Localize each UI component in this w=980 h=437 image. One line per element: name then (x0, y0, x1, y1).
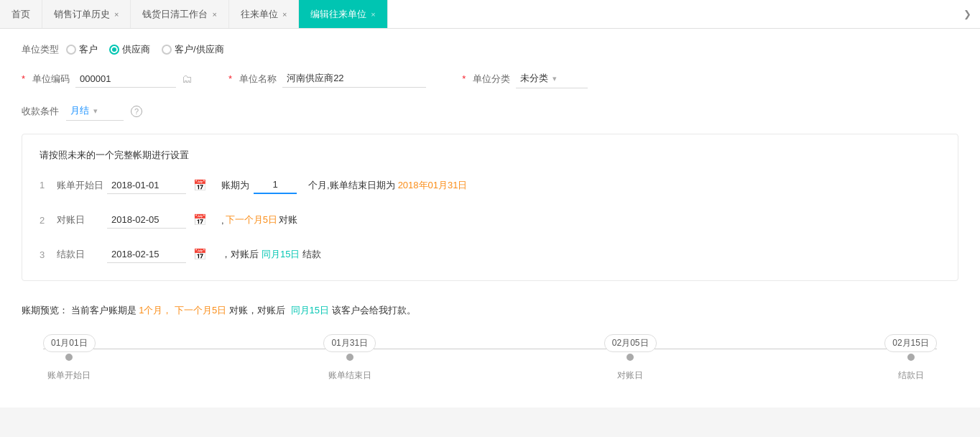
period-row-2-label: 对账日 (57, 213, 107, 226)
timeline-label-2: 01月31日 (323, 334, 376, 352)
timeline-label-3: 02月05日 (604, 334, 657, 352)
timeline-points: 01月01日 账单开始日 01月31日 账单结束日 02月05日 对账日 (43, 334, 937, 382)
radio-customer-supplier-label: 客户/供应商 (175, 43, 224, 56)
tab-edit-partner-unit[interactable]: 编辑往来单位 × (299, 0, 387, 28)
period-box-title: 请按照未来的一个完整帐期进行设置 (40, 149, 940, 162)
period-start-date-input[interactable] (107, 177, 186, 194)
period-payment-calendar-icon[interactable]: 📅 (193, 248, 207, 261)
period-row-3-text-before: ，对账后 (221, 248, 259, 261)
tab-sales-order-history[interactable]: 销售订单历史 × (42, 0, 131, 28)
unit-category-select[interactable]: 未分类 ▾ (516, 69, 588, 88)
preview-text-after: 该客户会给我打款。 (332, 305, 416, 316)
tab-sales-order-history-label: 销售订单历史 (54, 8, 110, 21)
period-month-input[interactable] (254, 176, 297, 194)
unit-type-radio-group: 客户 供应商 客户/供应商 (66, 43, 224, 56)
timeline-desc-4: 结款日 (898, 369, 924, 382)
timeline-dot-3 (627, 354, 634, 361)
unit-code-group: * 单位编码 🗂 (22, 70, 193, 88)
preview-highlight-1: 1个月， (139, 305, 172, 316)
unit-name-group: * 单位名称 (228, 70, 426, 88)
period-row-2-num: 2 (40, 215, 57, 226)
tab-cashflow-workbench-close[interactable]: × (212, 10, 216, 19)
period-row-3-label: 结款日 (57, 248, 107, 261)
radio-customer[interactable]: 客户 (66, 43, 98, 56)
unit-category-required: * (462, 73, 466, 84)
timeline-point-2: 01月31日 账单结束日 (323, 334, 376, 382)
timeline-dot-1 (65, 354, 73, 361)
tab-partner-units[interactable]: 往来单位 × (229, 0, 299, 28)
unit-category-label: 单位分类 (473, 73, 510, 86)
unit-name-required: * (228, 73, 232, 84)
unit-code-input[interactable] (75, 70, 176, 88)
timeline-dot-4 (907, 354, 915, 361)
unit-info-row: * 单位编码 🗂 * 单位名称 * 单位分类 未分类 ▾ (22, 69, 958, 88)
tab-edit-partner-unit-label: 编辑往来单位 (310, 8, 366, 21)
period-row-2-text-after: 对账 (279, 213, 297, 226)
page-content: 单位类型 客户 供应商 客户/供应商 * 单位编码 🗂 * 单位名称 (0, 29, 980, 408)
preview-text-mid: 对账，对账后 (229, 305, 285, 316)
preview-highlight-2: 下一个月5日 (175, 305, 226, 316)
period-row-1-text-after: 个月,账单结束日期为 (308, 179, 395, 192)
payment-terms-chevron-icon: ▾ (93, 106, 98, 116)
payment-terms-row: 收款条件 月结 ▾ ? (22, 101, 958, 121)
tab-bar: 首页 销售订单历史 × 钱货日清工作台 × 往来单位 × 编辑往来单位 × ❯ (0, 0, 980, 29)
timeline-point-3: 02月05日 对账日 (604, 334, 657, 382)
payment-terms-select[interactable]: 月结 ▾ (66, 101, 124, 121)
timeline-label-4: 02月15日 (884, 334, 937, 352)
preview-highlight-3: 同月15日 (291, 305, 329, 316)
chevron-right-icon: ❯ (963, 9, 971, 19)
unit-name-label: 单位名称 (239, 73, 277, 86)
period-end-date-highlight: 2018年01月31日 (398, 179, 468, 192)
timeline-wrapper: 01月01日 账单开始日 01月31日 账单结束日 02月05日 对账日 (22, 334, 958, 382)
period-row-1-label: 账单开始日 (57, 179, 107, 192)
tab-edit-partner-unit-close[interactable]: × (371, 10, 375, 19)
unit-type-row: 单位类型 客户 供应商 客户/供应商 (22, 43, 958, 56)
tab-home[interactable]: 首页 (0, 0, 42, 28)
radio-supplier-circle (109, 45, 119, 55)
period-row-1-num: 1 (40, 180, 57, 190)
period-start-calendar-icon[interactable]: 📅 (193, 179, 207, 192)
tab-cashflow-workbench[interactable]: 钱货日清工作台 × (131, 0, 228, 28)
tab-more-button[interactable]: ❯ (955, 0, 980, 28)
timeline-desc-2: 账单结束日 (328, 369, 371, 382)
timeline-desc-1: 账单开始日 (47, 369, 91, 382)
unit-name-input[interactable] (282, 70, 426, 88)
period-settings-box: 请按照未来的一个完整帐期进行设置 1 账单开始日 📅 账期为 个月,账单结束日期… (22, 134, 958, 281)
unit-code-icon[interactable]: 🗂 (182, 73, 193, 85)
unit-type-label: 单位类型 (22, 43, 59, 56)
unit-code-label: 单位编码 (32, 73, 70, 86)
unit-category-group: * 单位分类 未分类 ▾ (462, 69, 588, 88)
period-reconcile-calendar-icon[interactable]: 📅 (193, 213, 207, 226)
period-reconcile-date-input[interactable] (107, 211, 186, 229)
unit-category-value: 未分类 (520, 72, 548, 85)
tab-home-label: 首页 (11, 8, 30, 21)
period-row-3: 3 结款日 📅 ，对账后 同月15日 结款 (40, 246, 940, 263)
period-row-2-highlight: 下一个月5日 (226, 213, 277, 226)
radio-supplier-label: 供应商 (122, 43, 150, 56)
preview-text-before: 当前客户账期是 (71, 305, 137, 316)
period-row-3-num: 3 (40, 249, 57, 260)
timeline-line (43, 349, 937, 349)
preview-section: 账期预览： 当前客户账期是 1个月， 下一个月5日 对账，对账后 同月15日 该… (22, 293, 958, 393)
period-payment-date-input[interactable] (107, 246, 186, 263)
timeline-point-4: 02月15日 结款日 (884, 334, 937, 382)
timeline-point-1: 01月01日 账单开始日 (43, 334, 96, 382)
timeline-desc-3: 对账日 (617, 369, 643, 382)
period-row-2: 2 对账日 📅 , 下一个月5日 对账 (40, 211, 940, 229)
radio-customer-supplier[interactable]: 客户/供应商 (162, 43, 224, 56)
unit-code-required: * (22, 73, 25, 84)
chevron-down-icon: ▾ (553, 74, 557, 83)
preview-label: 账期预览： (22, 305, 68, 316)
radio-customer-label: 客户 (79, 43, 98, 56)
tab-partner-units-label: 往来单位 (241, 8, 278, 21)
radio-customer-supplier-circle (162, 45, 172, 55)
period-row-1: 1 账单开始日 📅 账期为 个月,账单结束日期为 2018年01月31日 (40, 176, 940, 194)
radio-customer-circle (66, 45, 76, 55)
tab-sales-order-history-close[interactable]: × (114, 10, 119, 19)
radio-supplier[interactable]: 供应商 (109, 43, 150, 56)
preview-text: 账期预览： 当前客户账期是 1个月， 下一个月5日 对账，对账后 同月15日 该… (22, 304, 958, 317)
tab-partner-units-close[interactable]: × (282, 10, 287, 19)
tab-cashflow-workbench-label: 钱货日清工作台 (142, 8, 208, 21)
help-icon[interactable]: ? (131, 106, 142, 117)
payment-terms-label: 收款条件 (22, 105, 59, 118)
